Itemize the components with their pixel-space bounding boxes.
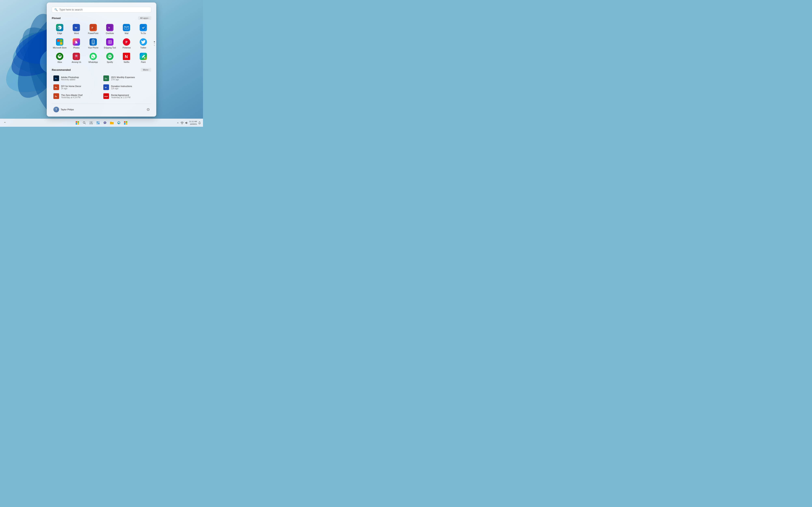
app-word[interactable]: W Word	[68, 22, 84, 36]
app-edge[interactable]: Edge	[52, 22, 67, 36]
photos-icon	[73, 38, 80, 46]
photos-label: Photos	[73, 47, 80, 49]
svg-rect-61	[97, 121, 98, 123]
svg-rect-59	[91, 123, 92, 124]
rec-text-chef: The Zero-Waste Chef Yesterday at 4:24 PM	[61, 94, 100, 99]
app-xbox[interactable]: Xbox	[52, 51, 67, 65]
whatsapp-label: WhatsApp	[89, 61, 98, 63]
powerpoint-label: PowerPoint	[88, 32, 98, 35]
svg-rect-33	[75, 55, 78, 56]
msstore-icon	[56, 38, 63, 46]
word-label: Word	[74, 32, 79, 35]
svg-rect-22	[60, 42, 62, 45]
search-icon: 🔍	[54, 8, 58, 11]
svg-text:W: W	[75, 26, 78, 29]
svg-point-67	[105, 122, 105, 123]
user-avatar: T	[53, 107, 59, 112]
more-button[interactable]: More ›	[141, 68, 151, 71]
app-yourphone[interactable]: Your Phone	[85, 37, 101, 50]
onenote-icon: N	[106, 24, 113, 31]
amongus-icon	[73, 53, 80, 60]
amongus-label: Among Us	[72, 61, 81, 63]
recommended-grid: Ps Adobe Photoshop Recently added Ex	[52, 74, 151, 100]
app-photos[interactable]: Photos	[68, 37, 84, 50]
search-input[interactable]	[59, 8, 149, 11]
svg-rect-51	[78, 121, 79, 123]
taskbar-chevron-icon[interactable]	[2, 120, 8, 126]
svg-line-55	[85, 123, 86, 124]
search-bar[interactable]: 🔍	[52, 7, 151, 12]
app-onenote[interactable]: N OneNote	[102, 22, 118, 36]
taskbar-start-button[interactable]	[74, 120, 81, 126]
onenote-label: OneNote	[106, 32, 114, 35]
taskbar: 11:11 AM 10/20/21	[0, 119, 203, 127]
taskbar-task-view-button[interactable]	[88, 120, 94, 126]
app-mail[interactable]: Mail	[118, 22, 135, 36]
taskbar-notification-icon[interactable]	[198, 121, 201, 125]
todo-icon	[140, 24, 147, 31]
svg-text:P: P	[92, 26, 93, 29]
svg-point-68	[105, 122, 106, 123]
pinterest-icon: P	[123, 38, 130, 46]
app-twitter[interactable]: Twitter	[136, 37, 151, 50]
svg-rect-35	[77, 57, 78, 59]
rec-donation-instructions[interactable]: W Donation Instructions 12h ago	[102, 83, 151, 92]
app-powerpoint[interactable]: P PowerPoint	[85, 22, 101, 36]
rec-text-expenses: 2021 Monthly Expenses 17m ago	[111, 76, 150, 81]
taskbar-chevron-up-icon[interactable]	[176, 121, 180, 124]
start-menu: 🔍 Pinned All apps › Edge	[47, 2, 156, 117]
svg-rect-63	[97, 123, 98, 124]
taskbar-datetime[interactable]: 11:11 AM 10/20/21	[189, 120, 197, 125]
spotify-label: Spotify	[107, 61, 113, 63]
rec-diy-home-decor[interactable]: Po DIY for Home Decor 2h ago	[52, 83, 101, 92]
svg-rect-18	[141, 25, 146, 30]
svg-rect-73	[124, 123, 125, 124]
pinned-section-header: Pinned All apps ›	[52, 16, 151, 20]
taskbar-file-explorer-button[interactable]	[109, 120, 115, 126]
app-snipping[interactable]: Snipping Tool	[102, 37, 118, 50]
svg-rect-52	[76, 123, 77, 124]
taskbar-chat-button[interactable]	[102, 120, 108, 126]
rec-monthly-expenses[interactable]: Ex 2021 Monthly Expenses 17m ago	[102, 74, 151, 82]
docx-icon: W	[103, 84, 109, 90]
taskbar-wifi-icon[interactable]	[180, 121, 184, 125]
rec-zero-waste-chef[interactable]: Po The Zero-Waste Chef Yesterday at 4:24…	[52, 92, 101, 100]
pptx-icon-1: Po	[53, 84, 59, 90]
spotify-icon	[106, 53, 113, 60]
svg-rect-20	[60, 39, 62, 42]
svg-text:Ex: Ex	[105, 77, 107, 80]
svg-rect-21	[57, 42, 59, 45]
taskbar-widgets-button[interactable]	[95, 120, 101, 126]
xbox-label: Xbox	[57, 61, 62, 63]
pptx-icon-2: Po	[53, 93, 59, 99]
rec-adobe-photoshop[interactable]: Ps Adobe Photoshop Recently added	[52, 74, 101, 82]
snipping-icon	[106, 38, 113, 46]
taskbar-store-button[interactable]	[122, 120, 129, 126]
taskbar-search-button[interactable]	[81, 120, 88, 126]
yourphone-icon	[90, 38, 97, 46]
power-button[interactable]	[145, 107, 151, 113]
app-spotify[interactable]: Spotify	[102, 51, 118, 65]
svg-text:W: W	[105, 87, 107, 89]
app-amongus[interactable]: Among Us	[68, 51, 84, 65]
taskbar-volume-icon[interactable]	[185, 121, 188, 125]
svg-text:Ps: Ps	[55, 77, 57, 80]
recommended-header: Recommended More ›	[52, 68, 151, 71]
scroll-dot-1	[154, 41, 155, 42]
mail-icon	[123, 24, 130, 31]
app-pinterest[interactable]: P Pinterest	[118, 37, 135, 50]
app-paint[interactable]: Paint	[136, 51, 151, 65]
mail-label: Mail	[124, 32, 128, 35]
svg-rect-64	[98, 123, 99, 124]
all-apps-button[interactable]: All apps ›	[138, 16, 151, 20]
rec-rental-agreement[interactable]: PDF Rental Agreement Yesterday at 1:15 P…	[102, 92, 151, 100]
paint-label: Paint	[141, 61, 146, 63]
app-todo[interactable]: To Do	[136, 22, 151, 36]
user-profile[interactable]: T Taylor Philips	[52, 106, 75, 113]
taskbar-edge-button[interactable]	[115, 120, 122, 126]
app-netflix[interactable]: N Netflix	[118, 51, 135, 65]
app-whatsapp[interactable]: WhatsApp	[85, 51, 101, 65]
svg-point-66	[104, 122, 105, 123]
app-msstore[interactable]: Microsoft Store	[52, 37, 67, 50]
svg-rect-74	[126, 123, 127, 124]
